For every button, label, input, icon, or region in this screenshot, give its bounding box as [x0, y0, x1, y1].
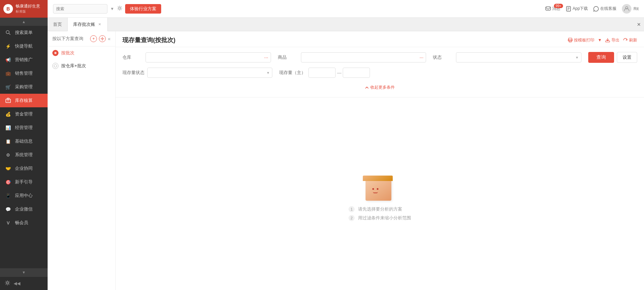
print-dropdown-arrow[interactable]: ▼ [598, 38, 602, 42]
app-download-label: App下载 [573, 6, 588, 12]
tab-home[interactable]: 首页 [48, 18, 68, 31]
sidebar-item-inventory[interactable]: 库存核算 [0, 94, 48, 107]
sidebar-scroll-down[interactable]: ▼ [0, 268, 48, 276]
goods-input[interactable] [301, 52, 426, 62]
filter-row-1: 仓库 ··· 商品 ··· [122, 52, 637, 63]
scheme-settings-btn[interactable] [99, 35, 106, 42]
app-title-block: 畅康通好生意 标准版 [16, 4, 40, 14]
sidebar-item-marketing-label: 营销推广 [15, 57, 33, 63]
inventory-icon [5, 97, 12, 104]
dropdown-arrow-icon[interactable]: ▼ [110, 6, 114, 11]
sidebar-item-enterprise[interactable]: 🤝 企业协同 [0, 162, 48, 175]
online-service-label: 在线客服 [600, 6, 616, 12]
sidebar-item-marketing[interactable]: 📢 营销推广 [0, 53, 48, 67]
tab-inventory-batch[interactable]: 库存批次账 ✕ [68, 18, 108, 31]
sidebar-item-sales[interactable]: 💼 销售管理 [0, 67, 48, 80]
empty-step-2: 2 用过滤条件来缩小分析范围 [349, 215, 411, 221]
status-select-wrapper: ▼ [456, 52, 581, 62]
sidebar-item-vip[interactable]: V 畅会员 [0, 216, 48, 230]
settings-footer-icon[interactable] [5, 280, 10, 287]
stock-main-to-input[interactable] [343, 68, 370, 78]
main-area: ▼ 体验行业方案 消息 99+ [48, 0, 644, 290]
stock-main-from-input[interactable] [308, 68, 336, 78]
scheme-panel-actions: + « [90, 35, 111, 42]
sidebar-scroll-up[interactable]: ▲ [0, 18, 48, 26]
range-separator: — [337, 70, 341, 75]
export-btn[interactable]: 导出 [605, 37, 620, 43]
global-search-input[interactable] [53, 4, 107, 14]
empty-illustration [359, 167, 400, 201]
print-btn[interactable]: 按模板打印 [568, 37, 594, 43]
sidebar-item-system[interactable]: ⚙ 系统管理 [0, 148, 48, 162]
print-label: 按模板打印 [574, 37, 594, 43]
add-scheme-btn[interactable]: + [90, 35, 97, 42]
stock-main-range: — [308, 68, 429, 78]
stock-main-filter-label: 现存量（主） [279, 70, 306, 76]
step-1-num: 1 [349, 206, 355, 212]
mouth [373, 192, 378, 193]
lightning-icon: ⚡ [5, 43, 12, 50]
warehouse-input[interactable] [146, 52, 271, 62]
experience-industry-btn[interactable]: 体验行业方案 [125, 4, 161, 14]
status-select[interactable] [456, 52, 581, 62]
sidebar-item-newbie[interactable]: 🎯 新手引导 [0, 175, 48, 189]
box-face [372, 188, 378, 193]
sales-icon: 💼 [5, 70, 12, 77]
scheme-item-batch[interactable]: 按批次 [48, 47, 115, 59]
warehouse-dots-btn[interactable]: ··· [264, 55, 268, 60]
sidebar-item-basic[interactable]: 📋 基础信息 [0, 134, 48, 148]
filter-stock-status: 现存量状态 ▼ [122, 68, 272, 78]
step-2-num: 2 [349, 215, 355, 221]
sidebar-footer: ◀◀ [0, 276, 48, 290]
svg-line-1 [9, 33, 10, 35]
filter-settings-btn[interactable]: 设置 [617, 52, 637, 63]
filter-warehouse: 仓库 ··· [122, 52, 271, 62]
basic-icon: 📋 [5, 138, 12, 145]
goods-dots-btn[interactable]: ··· [420, 55, 424, 60]
sidebar-item-wechat[interactable]: 💬 企业微信 [0, 202, 48, 216]
filter-status: 状态 ▼ [433, 52, 581, 62]
system-icon: ⚙ [5, 151, 12, 158]
sidebar-item-purchase[interactable]: 🛒 采购管理 [0, 80, 48, 94]
collapse-filters-btn[interactable]: 收起更多条件 [122, 83, 637, 92]
user-avatar [622, 4, 631, 14]
app-download-btn[interactable]: App下载 [566, 6, 588, 12]
sidebar-item-appstore[interactable]: 📱 应用中心 [0, 189, 48, 202]
empty-step-1: 1 请先选择要分析的方案 [349, 206, 411, 212]
right-eye [377, 188, 378, 190]
collapse-panel-btn[interactable]: « [108, 36, 111, 41]
tab-close-btn[interactable]: ✕ [97, 22, 102, 27]
filter-goods: 商品 ··· [278, 52, 426, 62]
sidebar-item-enterprise-label: 企业协同 [15, 165, 33, 171]
status-filter-label: 状态 [433, 54, 453, 60]
online-service-btn[interactable]: 在线客服 [593, 6, 616, 12]
step-2-text: 用过滤条件来缩小分析范围 [358, 215, 411, 221]
user-profile-btn[interactable]: Rit [622, 4, 639, 14]
query-btn[interactable]: 查询 [588, 52, 614, 63]
tab-home-label: 首页 [53, 21, 62, 28]
sidebar-item-appstore-label: 应用中心 [15, 193, 33, 199]
newbie-icon: 🎯 [5, 179, 12, 185]
left-scheme-panel: 按以下方案查询 + « [48, 31, 116, 290]
tab-close-all-btn[interactable]: ✕ [634, 18, 644, 31]
sidebar-collapse-btn[interactable]: ◀◀ [14, 281, 20, 286]
stock-status-select[interactable] [147, 68, 272, 78]
top-header: ▼ 体验行业方案 消息 99+ [48, 0, 644, 18]
page-content: 按以下方案查询 + « [48, 31, 644, 290]
page-actions: 按模板打印 ▼ 导出 [568, 37, 637, 43]
sidebar-item-sales-label: 销售管理 [15, 70, 33, 76]
export-label: 导出 [611, 37, 620, 43]
sidebar-item-shortcut[interactable]: ⚡ 快捷导航 [0, 39, 48, 53]
page-title-bar: 现存量查询(按批次) 按模板打印 ▼ [116, 31, 644, 47]
messages-btn[interactable]: 消息 99+ [545, 6, 560, 12]
sidebar-item-operations[interactable]: 📊 经营管理 [0, 121, 48, 134]
messages-badge: 99+ [554, 4, 563, 8]
sidebar-item-finance[interactable]: 💰 资金管理 [0, 107, 48, 121]
sidebar-item-shortcut-label: 快捷导航 [15, 43, 33, 49]
scheme-item-warehouse-batch[interactable]: 按仓库+批次 [48, 59, 115, 72]
right-content-area: 现存量查询(按批次) 按模板打印 ▼ [116, 31, 644, 290]
sidebar-item-search[interactable]: 搜索菜单 [0, 26, 48, 39]
refresh-btn[interactable]: 刷新 [623, 37, 637, 43]
settings-gear-btn[interactable] [117, 5, 122, 12]
finance-icon: 💰 [5, 111, 12, 117]
